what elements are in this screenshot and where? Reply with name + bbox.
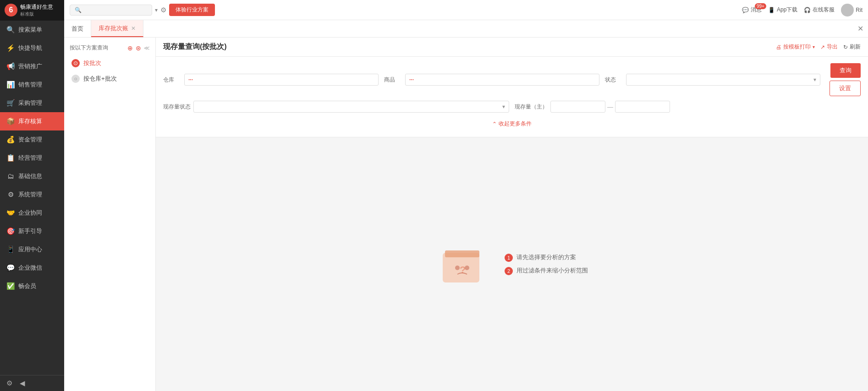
sidebar-item-wechat[interactable]: 💬 企业微信 <box>0 259 64 277</box>
sidebar-item-label: 采购管理 <box>18 99 42 107</box>
empty-illustration: ? <box>436 237 491 292</box>
status-select[interactable]: ▾ <box>626 74 820 86</box>
folder-icon: 🗂 <box>6 172 15 180</box>
sidebar-item-newbie[interactable]: 🎯 新手引导 <box>0 222 64 240</box>
sidebar-item-label: 库存核算 <box>18 117 42 125</box>
tip-text-2: 用过滤条件来缩小分析范围 <box>516 266 588 275</box>
money-icon: 💰 <box>6 136 15 144</box>
inventory-qty-label: 现存量（主） <box>515 103 548 111</box>
filter-add-icon[interactable]: ⊕ <box>127 44 133 52</box>
qty-to-input[interactable] <box>615 101 670 113</box>
filter-settings-icon[interactable]: ⊛ <box>136 44 141 52</box>
user-avatar <box>841 4 854 16</box>
empty-tips: 1 请先选择要分析的方案 2 用过滤条件来缩小分析范围 <box>505 253 588 275</box>
phone-download-icon: 📱 <box>768 7 775 13</box>
sidebar-collapse-icon[interactable]: ◀ <box>20 379 25 387</box>
status-label: 状态 <box>605 76 623 84</box>
collapse-label: 收起更多条件 <box>499 120 532 128</box>
goods-label: 商品 <box>384 76 402 84</box>
sidebar: 6 畅康通好生意 标准版 🔍 搜索菜单 ⚡ 快捷导航 📢 营销推广 📊 销售管理… <box>0 0 64 391</box>
topbar-search-bar[interactable]: 🔍 <box>70 5 152 16</box>
sidebar-item-apps[interactable]: 📱 应用中心 <box>0 240 64 259</box>
query-form-row-1: 仓库 ··· 商品 ··· 状态 <box>163 63 861 96</box>
sidebar-header: 6 畅康通好生意 标准版 <box>0 0 64 21</box>
tab-extra: ✕ <box>857 24 868 33</box>
svg-rect-1 <box>445 250 479 257</box>
user-avatar-area[interactable]: Rit <box>841 4 863 16</box>
settings-button[interactable]: 设置 <box>830 81 861 96</box>
target-icon: 🎯 <box>6 227 15 235</box>
query-button[interactable]: 查询 <box>830 63 861 78</box>
inventory-qty-range: — <box>550 101 861 113</box>
sidebar-item-operation[interactable]: 📋 经营管理 <box>0 149 64 167</box>
experience-btn[interactable]: 体验行业方案 <box>169 4 215 16</box>
tip-text-1: 请先选择要分析的方案 <box>516 253 576 261</box>
print-btn[interactable]: 🖨 按模板打印 ▾ <box>776 43 815 51</box>
sidebar-item-system[interactable]: ⚙ 系统管理 <box>0 185 64 204</box>
refresh-btn[interactable]: ↻ 刷新 <box>843 43 861 51</box>
sidebar-item-purchase[interactable]: 🛒 采购管理 <box>0 94 64 112</box>
sidebar-item-sales[interactable]: 📊 销售管理 <box>0 76 64 94</box>
filter-item-by-warehouse-batch[interactable]: ○ 按仓库+批次 <box>64 71 155 87</box>
page-title: 现存量查询(按批次) <box>163 42 227 52</box>
sidebar-item-label: 资金管理 <box>18 136 42 144</box>
tab-close-icon[interactable]: ✕ <box>131 25 136 32</box>
topbar-settings-icon[interactable]: ⚙ <box>160 6 166 14</box>
sidebar-settings-icon[interactable]: ⚙ <box>6 379 12 387</box>
query-header: 现存量查询(按批次) 🖨 按模板打印 ▾ ↗ 导出 ↻ 刷新 <box>156 38 868 57</box>
sidebar-item-label: 企业协同 <box>18 209 42 217</box>
sidebar-item-inventory[interactable]: 📦 库存核算 <box>0 112 64 130</box>
box-icon: 📦 <box>6 117 15 125</box>
app-download-btn[interactable]: 📱 App下载 <box>768 6 797 14</box>
sidebar-item-vip[interactable]: ✅ 畅会员 <box>0 277 64 295</box>
sidebar-item-finance[interactable]: 💰 资金管理 <box>0 130 64 149</box>
filter-item-icon-wbatch: ○ <box>71 75 80 83</box>
sidebar-item-quick-nav[interactable]: ⚡ 快捷导航 <box>0 39 64 57</box>
tab-close-all-btn[interactable]: ✕ <box>857 24 863 33</box>
warehouse-label: 仓库 <box>163 76 181 84</box>
inventory-status-select[interactable]: ▾ <box>193 101 509 113</box>
filter-item-by-batch[interactable]: ⊙ 按批次 <box>64 55 155 71</box>
export-btn[interactable]: ↗ 导出 <box>820 43 838 51</box>
status-dropdown-icon: ▾ <box>813 76 816 83</box>
tab-inventory-batch[interactable]: 库存批次账 ✕ <box>91 20 143 37</box>
warehouse-field: 仓库 ··· <box>163 74 379 86</box>
message-icon: 💬 <box>742 7 749 13</box>
tip-num-1: 1 <box>505 254 513 262</box>
online-service-btn[interactable]: 🎧 在线客服 <box>804 6 835 14</box>
collapse-row[interactable]: ⌃ 收起更多条件 <box>163 117 861 130</box>
gear-icon: ⚙ <box>6 190 15 199</box>
topbar-right: 💬 消息 99+ 📱 App下载 🎧 在线客服 Rit <box>742 4 863 16</box>
refresh-icon: ↻ <box>843 44 848 50</box>
flash-icon: ⚡ <box>6 44 15 52</box>
filter-item-icon-batch: ⊙ <box>71 59 80 67</box>
chevron-up-icon: ⌃ <box>492 121 497 127</box>
goods-input[interactable]: ··· <box>405 74 599 86</box>
topbar-dropdown-icon[interactable]: ▾ <box>155 7 158 13</box>
export-icon: ↗ <box>820 44 825 50</box>
filter-panel: 按以下方案查询 ⊕ ⊛ ≪ ⊙ 按批次 ○ 按仓库+批次 <box>64 38 156 391</box>
empty-tip-1: 1 请先选择要分析的方案 <box>505 253 588 262</box>
sidebar-item-basic[interactable]: 🗂 基础信息 <box>0 167 64 185</box>
tip-num-2: 2 <box>505 267 513 275</box>
inventory-status-dropdown: ▾ <box>502 103 505 110</box>
warehouse-input[interactable]: ··· <box>184 74 379 86</box>
empty-svg: ? <box>436 237 491 292</box>
cart-icon: 🛒 <box>6 99 15 107</box>
search-bar-icon: 🔍 <box>75 7 82 13</box>
messages-badge: 99+ <box>755 3 766 9</box>
filter-collapse-icon[interactable]: ≪ <box>144 45 150 51</box>
sidebar-scroll: 🔍 搜索菜单 ⚡ 快捷导航 📢 营销推广 📊 销售管理 🛒 采购管理 📦 库存核… <box>0 21 64 375</box>
tab-home[interactable]: 首页 <box>64 20 91 37</box>
sidebar-item-marketing[interactable]: 📢 营销推广 <box>0 57 64 76</box>
query-form-actions: 查询 设置 <box>826 63 861 96</box>
svg-text:?: ? <box>460 264 466 276</box>
messages-btn[interactable]: 💬 消息 99+ <box>742 6 762 14</box>
tab-inventory-batch-label: 库存批次账 <box>99 24 128 33</box>
goods-field: 商品 ··· <box>384 74 599 86</box>
sidebar-item-search[interactable]: 🔍 搜索菜单 <box>0 21 64 39</box>
user-name: Rit <box>856 7 863 13</box>
sidebar-item-enterprise[interactable]: 🤝 企业协同 <box>0 204 64 222</box>
qty-from-input[interactable] <box>550 101 605 113</box>
filter-panel-header: 按以下方案查询 ⊕ ⊛ ≪ <box>64 42 155 55</box>
